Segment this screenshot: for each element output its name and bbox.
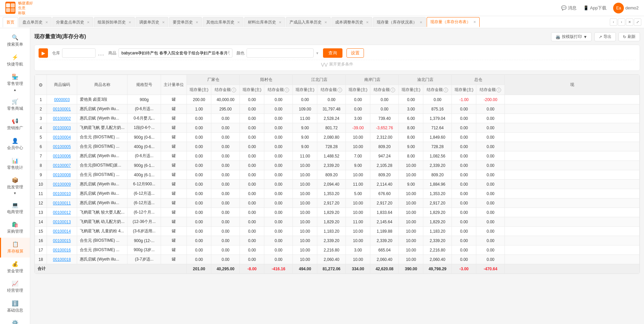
jiangbei-amt-info[interactable]: i bbox=[337, 88, 342, 92]
warehouse-input[interactable] bbox=[62, 48, 96, 58]
cell-name: 惠氏启赋 (Wyeth illu... bbox=[77, 189, 127, 198]
mucun-amt-info[interactable]: i bbox=[284, 88, 289, 92]
cell-code[interactable]: 00100003 bbox=[47, 123, 77, 133]
tab-11[interactable]: 现存量（库存分布表） ✕ bbox=[427, 17, 480, 27]
cell-code[interactable]: 00100010 bbox=[47, 189, 77, 198]
settings-icon[interactable]: ⚙ bbox=[39, 82, 43, 88]
sidebar-item-system[interactable]: ⚙️ 系统管理 bbox=[0, 316, 30, 324]
sidebar-item-purchase[interactable]: 🛍️ 采购管理 bbox=[0, 218, 30, 238]
sidebar-item-inventory[interactable]: 📋 库存核算 bbox=[0, 238, 30, 258]
footer-c4-amt: 42,620.08 bbox=[370, 264, 399, 274]
cell-code[interactable]: 00100004 bbox=[47, 133, 77, 142]
sidebar-item-wholesale[interactable]: 📦 批发管理 ▼ bbox=[0, 174, 30, 198]
total-amt-info[interactable]: i bbox=[496, 88, 501, 92]
message-btn[interactable]: 💬 消息 bbox=[561, 5, 577, 11]
color-input[interactable] bbox=[247, 48, 314, 58]
tab-next-btn[interactable]: › bbox=[618, 18, 625, 26]
th-settings[interactable]: ⚙ bbox=[35, 75, 47, 95]
tab-10-label: 现存量（库存状况表） bbox=[377, 19, 417, 25]
tab-3-close[interactable]: ✕ bbox=[128, 20, 131, 24]
cell-code[interactable]: 00100005 bbox=[47, 142, 77, 151]
user-area[interactable]: Ea demo2 bbox=[613, 3, 639, 13]
cell-code[interactable]: 00100007 bbox=[47, 161, 77, 170]
sidebar-item-ecommerce[interactable]: 💻 电商管理 bbox=[0, 198, 30, 218]
setting-btn[interactable]: 设置 bbox=[346, 48, 364, 58]
search-expand-btn[interactable]: ▶ bbox=[39, 48, 48, 58]
tab-7-close[interactable]: ✕ bbox=[279, 20, 281, 24]
footer-row: 合计 201.00 40,295.00 -8.00 -416.16 494.00… bbox=[35, 264, 640, 274]
sidebar-item-finance[interactable]: 💰 资金管理 bbox=[0, 258, 30, 277]
cell-c3-qty: 9.00 bbox=[293, 123, 317, 133]
tab-7[interactable]: 材料出库单历史 ✕ bbox=[244, 17, 285, 27]
cell-code[interactable]: 00100014 bbox=[47, 227, 77, 236]
tab-9-close[interactable]: ✕ bbox=[366, 20, 369, 24]
sidebar-item-retail-mgmt[interactable]: 🏪 零售管理 ▲ bbox=[0, 70, 30, 95]
th-nanan-qty: 现存量(主) bbox=[346, 85, 370, 95]
cell-c4-qty: -39.00 bbox=[346, 123, 370, 133]
tab-8[interactable]: 产成品入库单历史 ✕ bbox=[286, 17, 331, 27]
query-btn[interactable]: 查询 bbox=[323, 48, 342, 58]
cell-c4-qty: 11.00 bbox=[346, 217, 370, 227]
tab-9[interactable]: 成本调整单历史 ✕ bbox=[331, 17, 372, 27]
cell-c5-amt: 0.00 bbox=[423, 95, 452, 104]
tab-2[interactable]: 分量盘点单历史 ✕ bbox=[52, 17, 93, 27]
cell-code[interactable]: 00100011 bbox=[47, 198, 77, 208]
cell-code[interactable]: 00100018 bbox=[47, 255, 77, 264]
sidebar-item-retail-mall[interactable]: 🛒 零售商城 bbox=[0, 95, 30, 115]
app-download-btn[interactable]: 📱 App下载 bbox=[583, 5, 606, 11]
warehouse-more-icon[interactable]: … bbox=[98, 49, 104, 57]
tab-2-close[interactable]: ✕ bbox=[87, 20, 90, 24]
tab-8-close[interactable]: ✕ bbox=[324, 20, 327, 24]
tab-1-close[interactable]: ✕ bbox=[45, 20, 48, 24]
factory-amt-info[interactable]: i bbox=[231, 88, 236, 92]
cell-c1-amt: 0.00 bbox=[211, 217, 240, 227]
tab-6-close[interactable]: ✕ bbox=[237, 20, 240, 24]
tab-10-close[interactable]: ✕ bbox=[420, 20, 422, 24]
cell-code[interactable]: 00100013 bbox=[47, 217, 77, 227]
expand-conditions-btn[interactable]: ⋁⋁ 展开更多条件 bbox=[39, 60, 636, 67]
cell-code[interactable]: 00100015 bbox=[47, 236, 77, 245]
sidebar-item-operations[interactable]: 📈 经营管理 bbox=[0, 277, 30, 297]
sidebar-item-marketing[interactable]: 📢 营销推广 bbox=[0, 114, 30, 134]
wholesale-expand-icon: ▼ bbox=[13, 191, 17, 195]
cell-c3-qty: 10.00 bbox=[293, 189, 317, 198]
sidebar-item-retail-stats[interactable]: 📊 零售统计 bbox=[0, 154, 30, 174]
tab-prev-btn[interactable]: ‹ bbox=[610, 18, 617, 26]
color-label: 颜色 bbox=[236, 50, 245, 56]
product-input[interactable] bbox=[118, 48, 232, 58]
refresh-btn[interactable]: ↻ 刷新 bbox=[619, 32, 640, 41]
tab-5[interactable]: 要货单历史 ✕ bbox=[169, 17, 202, 27]
nanan-amt-info[interactable]: i bbox=[390, 88, 395, 92]
export-btn[interactable]: ↗ 导出 bbox=[594, 32, 616, 41]
cell-code[interactable]: 00100016 bbox=[47, 245, 77, 255]
tab-expand-btn[interactable]: ⤢ bbox=[634, 18, 641, 26]
tab-1[interactable]: 盘点单历史 ✕ bbox=[19, 17, 52, 27]
cell-code[interactable]: 00100008 bbox=[47, 170, 77, 180]
cell-code[interactable]: 00100009 bbox=[47, 180, 77, 189]
cell-code[interactable]: 00100001 bbox=[47, 104, 77, 114]
cell-c3-qty: 10.00 bbox=[293, 208, 317, 217]
tab-3[interactable]: 组装拆卸单历史 ✕ bbox=[94, 17, 135, 27]
tab-10[interactable]: 现存量（库存状况表） ✕ bbox=[373, 17, 426, 27]
cell-code[interactable]: 00100012 bbox=[47, 208, 77, 217]
sidebar-item-basic-info[interactable]: ℹ️ 基础信息 bbox=[0, 297, 30, 317]
sidebar-item-nav[interactable]: ⚡ 快捷导航 bbox=[0, 51, 30, 71]
sidebar-item-search[interactable]: 🔍 搜索英单 bbox=[0, 31, 30, 51]
cell-code[interactable]: 00100002 bbox=[47, 114, 77, 123]
tab-11-close[interactable]: ✕ bbox=[473, 20, 476, 24]
tab-close-all-btn[interactable]: ✕ bbox=[626, 18, 633, 26]
tab-4-close[interactable]: ✕ bbox=[162, 20, 165, 24]
cell-code[interactable]: 0000003 bbox=[47, 95, 77, 104]
tab-4[interactable]: 调拨单历史 ✕ bbox=[136, 17, 168, 27]
tab-home[interactable]: 首页 bbox=[3, 17, 18, 27]
yubei-amt-info[interactable]: i bbox=[443, 88, 448, 92]
color-dropdown-icon[interactable]: ▼ bbox=[316, 51, 319, 55]
cell-code[interactable]: 00100006 bbox=[47, 151, 77, 161]
wholesale-icon: 📦 bbox=[12, 177, 18, 183]
cell-c1-qty: 0.00 bbox=[187, 151, 211, 161]
cell-now bbox=[505, 151, 640, 161]
tab-5-close[interactable]: ✕ bbox=[196, 20, 198, 24]
tab-6[interactable]: 其他出库单历史 ✕ bbox=[203, 17, 244, 27]
sidebar-item-member[interactable]: 👤 会员中心 bbox=[0, 134, 30, 154]
print-btn[interactable]: 🖨️ 按模版打印 ▼ bbox=[551, 32, 592, 41]
